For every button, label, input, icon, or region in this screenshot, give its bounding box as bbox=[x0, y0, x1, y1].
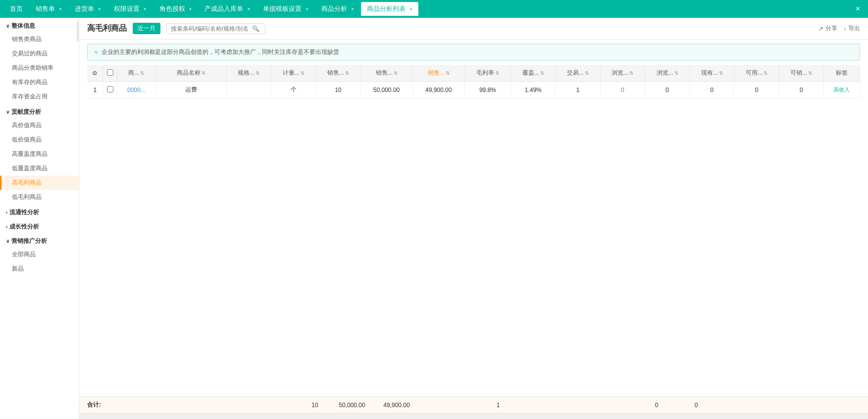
row-checkbox[interactable] bbox=[107, 86, 113, 93]
search-input[interactable] bbox=[171, 25, 250, 32]
col-tag: 标签 bbox=[823, 65, 860, 82]
sidebar-group-marketing[interactable]: ∨ 营销推广分析 bbox=[0, 233, 79, 247]
export-button[interactable]: ↓ 导出 bbox=[843, 24, 860, 33]
sidebar-group-growth[interactable]: › 成长性分析 bbox=[0, 219, 79, 233]
footer-spacer3 bbox=[518, 402, 577, 409]
col-sales-profit[interactable]: 销售...⇅ bbox=[412, 65, 464, 82]
nav-item-role[interactable]: 角色授权 × bbox=[153, 2, 198, 16]
cell-code[interactable]: 0000... bbox=[117, 82, 156, 98]
footer-sales-amount: 50,000.00 bbox=[330, 402, 374, 409]
sort-icon: ⇅ bbox=[255, 70, 259, 76]
close-icon[interactable]: × bbox=[351, 6, 354, 12]
col-stock[interactable]: 现有...⇅ bbox=[690, 65, 734, 82]
close-icon[interactable]: × bbox=[98, 6, 101, 12]
table-header-row: ⚙ 商...⇅ 商品名称⇅ 规格...⇅ bbox=[87, 65, 860, 82]
cell-stock: 0 bbox=[690, 82, 734, 98]
main-container: 《 ∨ 整体信息 销售类商品 交易过的商品 商品分类助销率 有库存的商品 库存资… bbox=[0, 18, 868, 419]
sidebar-item-low-value[interactable]: 低价值商品 bbox=[0, 133, 79, 147]
sidebar-item-category-rate[interactable]: 商品分类助销率 bbox=[0, 61, 79, 75]
sidebar-item-low-gross[interactable]: 低毛利商品 bbox=[0, 190, 79, 204]
bottom-scrollbar[interactable] bbox=[79, 413, 868, 419]
nav-item-analysis-list[interactable]: 商品分析列表 × bbox=[361, 2, 418, 16]
select-all-checkbox[interactable] bbox=[107, 69, 113, 76]
col-coverage[interactable]: 覆盖...⇅ bbox=[511, 65, 556, 82]
window-close-button[interactable]: × bbox=[852, 2, 864, 15]
header-actions: ↗ 分享 ↓ 导出 bbox=[818, 24, 860, 33]
cell-saleable: 0 bbox=[779, 82, 823, 98]
nav-item-product-analysis[interactable]: 商品分析 × bbox=[315, 2, 360, 16]
col-browse2[interactable]: 浏览...⇅ bbox=[645, 65, 689, 82]
col-trade[interactable]: 交易...⇅ bbox=[556, 65, 600, 82]
sidebar-item-traded-goods[interactable]: 交易过的商品 bbox=[0, 47, 79, 61]
col-gross-rate[interactable]: 毛利率⇅ bbox=[464, 65, 511, 82]
sort-icon: ⇅ bbox=[719, 70, 723, 76]
cell-sales-profit: 49,900.00 bbox=[412, 82, 464, 98]
col-sales-amount[interactable]: 销售...⇅ bbox=[360, 65, 412, 82]
cell-gross-rate: 99.8% bbox=[464, 82, 511, 98]
col-sales-qty[interactable]: 销售...⇅ bbox=[316, 65, 360, 82]
cell-unit: 个 bbox=[271, 82, 315, 98]
sidebar-item-high-coverage[interactable]: 高覆盖度商品 bbox=[0, 147, 79, 161]
col-code[interactable]: 商...⇅ bbox=[117, 65, 156, 82]
footer-sales-qty: 10 bbox=[300, 402, 330, 409]
content-area: 高毛利商品 近一月 🔍 ↗ 分享 ↓ 导出 ✧ 企业的主要的利润都是这部分商品创… bbox=[79, 18, 868, 419]
col-name[interactable]: 商品名称⇅ bbox=[156, 65, 227, 82]
sidebar-item-in-stock[interactable]: 有库存的商品 bbox=[0, 75, 79, 90]
table-footer: 合计: 10 50,000.00 49,900.00 1 0 0 bbox=[79, 396, 868, 413]
sort-icon: ⇅ bbox=[629, 70, 633, 76]
sidebar-group-liquidity[interactable]: › 流通性分析 bbox=[0, 204, 79, 219]
sidebar: 《 ∨ 整体信息 销售类商品 交易过的商品 商品分类助销率 有库存的商品 库存资… bbox=[0, 18, 79, 419]
table-row: 1 0000... 运费 个 10 50,000.00 49,900.00 99… bbox=[87, 82, 860, 98]
sidebar-item-all-goods[interactable]: 全部商品 bbox=[0, 247, 79, 262]
col-unit[interactable]: 计量...⇅ bbox=[271, 65, 315, 82]
close-icon[interactable]: × bbox=[144, 6, 147, 12]
cell-checkbox bbox=[103, 82, 117, 98]
footer-stock: 0 bbox=[637, 402, 676, 409]
col-browse1[interactable]: 浏览...⇅ bbox=[600, 65, 645, 82]
chevron-down-icon: ∨ bbox=[6, 238, 9, 244]
sort-icon: ⇅ bbox=[540, 70, 544, 76]
footer-label: 合计: bbox=[87, 401, 147, 409]
nav-item-home[interactable]: 首页 bbox=[4, 2, 29, 16]
sort-icon: ⇅ bbox=[394, 70, 398, 76]
sidebar-item-low-coverage[interactable]: 低覆盖度商品 bbox=[0, 161, 79, 176]
nav-item-sales[interactable]: 销售单 × bbox=[30, 2, 68, 16]
close-icon[interactable]: × bbox=[306, 6, 308, 12]
nav-item-purchase[interactable]: 进货单 × bbox=[69, 2, 107, 16]
nav-item-permission[interactable]: 权限设置 × bbox=[108, 2, 153, 16]
sidebar-item-stock-capital[interactable]: 库存资金占用 bbox=[0, 90, 79, 104]
sidebar-item-high-value[interactable]: 高价值商品 bbox=[0, 118, 79, 133]
close-icon[interactable]: × bbox=[59, 6, 62, 12]
footer-cells: 10 50,000.00 49,900.00 1 0 0 bbox=[147, 402, 860, 409]
share-button[interactable]: ↗ 分享 bbox=[818, 24, 837, 33]
col-saleable[interactable]: 可销...⇅ bbox=[779, 65, 823, 82]
sort-icon: ⇅ bbox=[202, 70, 205, 76]
col-spec[interactable]: 规格...⇅ bbox=[226, 65, 271, 82]
col-available[interactable]: 可用...⇅ bbox=[734, 65, 779, 82]
settings-icon[interactable]: ⚙ bbox=[92, 70, 98, 77]
cell-coverage: 1.49% bbox=[511, 82, 556, 98]
cell-spec bbox=[226, 82, 271, 98]
footer-spacer2 bbox=[419, 402, 478, 409]
sidebar-item-high-gross[interactable]: 高毛利商品 bbox=[0, 176, 79, 190]
col-checkbox bbox=[103, 65, 117, 82]
top-navigation: 首页 销售单 × 进货单 × 权限设置 × 角色授权 × 产成品入库单 × 单据… bbox=[0, 0, 868, 18]
sidebar-item-new-goods[interactable]: 新品 bbox=[0, 262, 79, 276]
chevron-down-icon: ∨ bbox=[6, 109, 9, 115]
search-icon[interactable]: 🔍 bbox=[252, 25, 259, 32]
nav-item-template[interactable]: 单据模板设置 × bbox=[257, 2, 314, 16]
cell-browse1[interactable]: 0 bbox=[600, 82, 645, 98]
nav-item-product-in[interactable]: 产成品入库单 × bbox=[199, 2, 256, 16]
close-icon[interactable]: × bbox=[247, 6, 250, 12]
date-filter-button[interactable]: 近一月 bbox=[133, 23, 160, 34]
sidebar-group-overall[interactable]: ∨ 整体信息 bbox=[0, 18, 79, 32]
sidebar-item-sales-goods[interactable]: 销售类商品 bbox=[0, 32, 79, 47]
sort-icon: ⇅ bbox=[674, 70, 678, 76]
sidebar-group-contribution[interactable]: ∨ 贡献度分析 bbox=[0, 104, 79, 118]
footer-spacer bbox=[147, 402, 300, 409]
close-icon[interactable]: × bbox=[409, 6, 412, 12]
content-header: 高毛利商品 近一月 🔍 ↗ 分享 ↓ 导出 bbox=[79, 18, 868, 40]
sidebar-collapse-button[interactable]: 《 bbox=[77, 22, 79, 42]
col-settings[interactable]: ⚙ bbox=[87, 65, 103, 82]
close-icon[interactable]: × bbox=[189, 6, 192, 12]
